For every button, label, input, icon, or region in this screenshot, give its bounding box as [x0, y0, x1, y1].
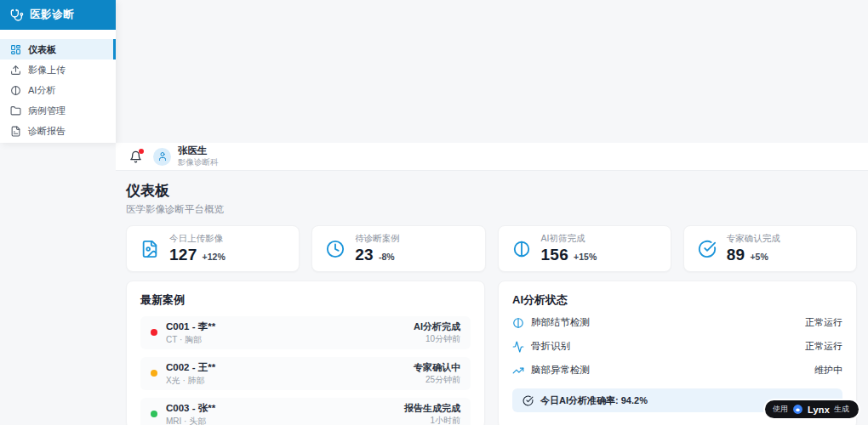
- page-title: 仪表板: [126, 181, 857, 201]
- check-circle-icon: [523, 395, 534, 406]
- sidebar-menu: 仪表板 影像上传 AI分析 病例管理 诊断报告: [0, 30, 116, 141]
- unread-dot: [139, 149, 144, 154]
- latest-cases-title: 最新案例: [140, 292, 471, 308]
- file-image-icon: [140, 240, 159, 258]
- sidebar-item-label: 影像上传: [28, 64, 66, 76]
- trending-up-icon: [512, 365, 524, 377]
- latest-cases-panel: 最新案例 C001 - 李** CT · 胸部 AI分析完成 10分钟前: [126, 280, 485, 425]
- case-id: C002 - 王**: [166, 361, 215, 375]
- case-row[interactable]: C003 - 张** MRI · 头部 报告生成完成 1小时前: [140, 398, 471, 425]
- folder-icon: [10, 105, 21, 116]
- badge-brand: Lynx: [808, 405, 830, 415]
- stat-card-confirmed: 专家确认完成 89 +5%: [683, 225, 857, 272]
- stat-label: 专家确认完成: [727, 233, 780, 245]
- service-name: 骨折识别: [531, 340, 570, 353]
- ai-service-row: 肺部结节检测 正常运行: [512, 316, 842, 329]
- user-department: 影像诊断科: [178, 157, 219, 167]
- sidebar-item-label: AI分析: [28, 84, 55, 97]
- service-status: 维护中: [814, 364, 842, 377]
- sidebar-item-upload[interactable]: 影像上传: [0, 60, 116, 80]
- service-status: 正常运行: [805, 340, 842, 353]
- stat-card-uploads: 今日上传影像 127 +12%: [126, 225, 300, 272]
- avatar: [153, 148, 171, 166]
- upload-icon: [10, 65, 21, 76]
- case-row[interactable]: C001 - 李** CT · 胸部 AI分析完成 10分钟前: [140, 316, 471, 349]
- stat-label: 待诊断案例: [355, 233, 400, 245]
- sidebar-item-label: 诊断报告: [28, 125, 66, 138]
- case-status-dot: [151, 370, 157, 377]
- report-icon: [10, 126, 21, 137]
- case-meta: CT · 胸部: [166, 334, 215, 346]
- service-status: 正常运行: [805, 316, 842, 329]
- app-title: 医影诊断: [30, 8, 74, 22]
- ai-service-row: 脑部异常检测 维护中: [512, 364, 842, 377]
- user-profile[interactable]: 张医生 影像诊断科: [153, 145, 219, 167]
- sidebar-item-reports[interactable]: 诊断报告: [0, 121, 116, 141]
- notification-button[interactable]: [129, 150, 142, 163]
- stat-trend: +5%: [750, 252, 768, 262]
- case-time: 1小时前: [404, 415, 460, 425]
- accuracy-text: 今日AI分析准确率: 94.2%: [540, 394, 648, 407]
- stat-label: 今日上传影像: [169, 233, 226, 245]
- case-status: AI分析完成: [414, 320, 460, 333]
- sidebar-item-label: 病例管理: [28, 105, 66, 117]
- case-id: C003 - 张**: [166, 402, 215, 416]
- service-name: 肺部结节检测: [531, 316, 590, 329]
- ai-status-title: AI分析状态: [512, 292, 842, 308]
- case-time: 10分钟前: [414, 333, 460, 345]
- ai-scan-icon: [512, 317, 524, 329]
- ai-scan-icon: [512, 240, 531, 258]
- sidebar-item-cases[interactable]: 病例管理: [0, 100, 116, 121]
- ai-scan-icon: [10, 85, 21, 96]
- stat-card-pending: 待诊断案例 23 -8%: [311, 225, 485, 272]
- sidebar-item-label: 仪表板: [28, 43, 56, 56]
- case-status-dot: [151, 329, 157, 336]
- case-meta: X光 · 肺部: [166, 375, 215, 387]
- stat-trend: +12%: [203, 252, 226, 262]
- stethoscope-icon: [10, 8, 24, 22]
- main-content: 仪表板 医学影像诊断平台概览 今日上传影像 127 +12% 待诊断案例: [116, 171, 868, 425]
- case-meta: MRI · 头部: [166, 416, 215, 425]
- case-row[interactable]: C002 - 王** X光 · 肺部 专家确认中 25分钟前: [140, 357, 471, 390]
- ai-service-row: 骨折识别 正常运行: [512, 340, 842, 353]
- case-status: 专家确认中: [414, 361, 460, 374]
- lynx-generated-badge[interactable]: 使用 Lynx 生成: [765, 400, 859, 418]
- stat-trend: +15%: [574, 252, 597, 262]
- check-circle-icon: [698, 240, 717, 258]
- stats-row: 今日上传影像 127 +12% 待诊断案例 23 -8%: [126, 225, 857, 272]
- stat-value: 23: [355, 246, 374, 264]
- stat-value: 156: [541, 246, 569, 264]
- dashboard-icon: [10, 44, 21, 55]
- case-id: C001 - 李**: [166, 320, 215, 334]
- case-time: 25分钟前: [414, 374, 460, 386]
- service-name: 脑部异常检测: [531, 364, 590, 377]
- sidebar: 医影诊断 仪表板 影像上传 AI分析 病例管理: [0, 0, 116, 143]
- badge-prefix: 使用: [773, 404, 788, 415]
- stat-trend: -8%: [379, 252, 395, 262]
- sidebar-item-dashboard[interactable]: 仪表板: [0, 39, 116, 60]
- top-header-bar: 张医生 影像诊断科: [116, 143, 868, 171]
- stat-value: 127: [169, 246, 197, 264]
- clock-icon: [326, 240, 345, 258]
- activity-icon: [512, 341, 524, 353]
- sidebar-item-ai-analysis[interactable]: AI分析: [0, 80, 116, 100]
- user-name: 张医生: [178, 145, 219, 157]
- case-status: 报告生成完成: [404, 402, 460, 415]
- badge-suffix: 生成: [834, 404, 849, 415]
- stat-label: AI初筛完成: [541, 233, 597, 245]
- panels-row: 最新案例 C001 - 李** CT · 胸部 AI分析完成 10分钟前: [126, 280, 857, 425]
- lynx-logo-icon: [792, 404, 803, 415]
- stat-value: 89: [727, 246, 745, 264]
- stat-card-ai-screened: AI初筛完成 156 +15%: [498, 225, 671, 272]
- app-logo: 医影诊断: [0, 0, 116, 30]
- page-subtitle: 医学影像诊断平台概览: [126, 203, 857, 216]
- case-status-dot: [151, 411, 157, 417]
